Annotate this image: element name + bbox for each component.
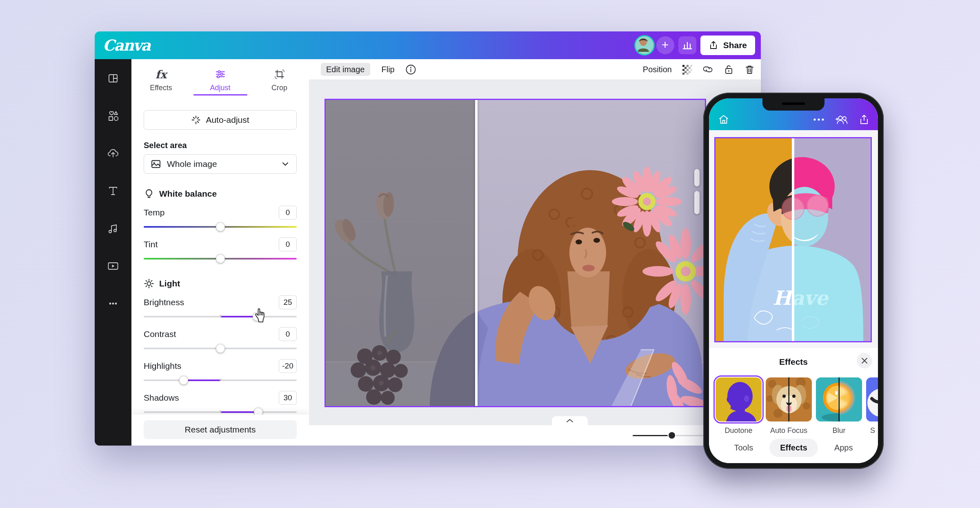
effects-sheet-title: Effects xyxy=(709,357,878,367)
auto-adjust-button[interactable]: Auto-adjust xyxy=(144,110,297,130)
canva-app-window: Canva + xyxy=(95,31,761,446)
phone-screen: Have xyxy=(709,98,878,463)
avatar[interactable] xyxy=(634,35,655,55)
effect-item-auto-focus[interactable]: Auto Focus xyxy=(766,377,812,435)
effect-label: Auto Focus xyxy=(766,426,812,435)
slider-handle[interactable] xyxy=(216,344,225,353)
insights-button[interactable] xyxy=(678,36,696,54)
tab-effects[interactable]: fxEffects xyxy=(131,59,191,98)
slider-track-contrast[interactable] xyxy=(144,344,297,353)
slider-value-input[interactable]: 25 xyxy=(279,295,297,309)
auto-focus-thumbnail xyxy=(766,377,812,421)
delete-button[interactable] xyxy=(744,64,755,75)
zoom-slider-track-filled xyxy=(633,435,668,436)
effect-item-blur[interactable]: Blur xyxy=(816,377,862,435)
edit-image-button[interactable]: Edit image xyxy=(321,63,370,76)
slider-value-input[interactable]: -20 xyxy=(279,359,297,373)
more-icon xyxy=(107,298,119,311)
phone-tab-effects[interactable]: Effects xyxy=(769,439,818,457)
add-design-button[interactable]: + xyxy=(656,36,674,54)
tab-crop[interactable]: Crop xyxy=(250,59,309,98)
canva-logo[interactable]: Canva xyxy=(103,36,150,54)
phone-tab-tools[interactable]: Tools xyxy=(732,439,756,457)
object-rail xyxy=(95,59,131,446)
effect-item-s[interactable]: S xyxy=(866,377,878,435)
collapse-toolbar-button[interactable] xyxy=(552,416,588,425)
phone-canvas-area: Have xyxy=(709,130,878,348)
slider-track-tint[interactable] xyxy=(144,254,297,264)
canvas-stage: Edit image Flip Position xyxy=(309,59,761,446)
adjust-sections: White balanceTemp0Tint0LightBrightness25… xyxy=(144,188,297,437)
design-icon xyxy=(107,73,119,86)
select-area-label: Select area xyxy=(144,141,297,150)
selected-photo[interactable] xyxy=(324,99,706,407)
export-share-icon[interactable] xyxy=(858,114,870,125)
s-effect-thumbnail xyxy=(866,377,878,421)
transparency-button[interactable] xyxy=(682,64,692,75)
phone-before-after-divider[interactable] xyxy=(792,138,794,341)
top-bar: Canva + xyxy=(95,31,761,59)
slider-label: Contrast xyxy=(144,329,279,339)
link-button[interactable] xyxy=(702,64,713,75)
edit-panel: fxEffectsAdjustCrop Auto-adjust Select a… xyxy=(131,59,309,446)
slider-value-input[interactable]: 30 xyxy=(279,391,297,405)
effect-item-duotone[interactable]: Duotone xyxy=(716,377,762,435)
rail-item-audio[interactable] xyxy=(102,218,124,240)
section-header-light: Light xyxy=(144,277,297,290)
phone-mockup: Have xyxy=(703,93,884,469)
slider-handle[interactable] xyxy=(216,222,225,231)
upload-share-icon xyxy=(709,40,718,50)
phone-bottom-tabs: ToolsEffectsApps xyxy=(709,439,878,457)
zoom-slider-handle[interactable] xyxy=(669,432,675,439)
close-button[interactable] xyxy=(857,353,872,368)
flip-button[interactable]: Flip xyxy=(382,65,395,74)
rail-item-elements[interactable] xyxy=(102,106,124,128)
slider-label: Highlights xyxy=(144,361,279,371)
slider-handle[interactable] xyxy=(216,254,225,263)
slider-track-highlights[interactable] xyxy=(144,375,297,385)
auto-adjust-label: Auto-adjust xyxy=(206,115,249,125)
rail-item-more[interactable] xyxy=(102,293,124,315)
phone-selected-photo[interactable]: Have xyxy=(714,137,872,342)
rail-item-design[interactable] xyxy=(102,68,124,90)
page-background: Canva + xyxy=(0,0,980,508)
tab-label: Crop xyxy=(271,84,287,92)
reset-adjustments-button[interactable]: Reset adjustments xyxy=(144,420,297,439)
crop-icon xyxy=(274,68,285,80)
position-button[interactable]: Position xyxy=(643,65,672,74)
uploads-icon xyxy=(107,147,119,161)
slider-handle[interactable] xyxy=(179,376,188,385)
share-button[interactable]: Share xyxy=(700,35,755,55)
resize-handle[interactable] xyxy=(694,169,700,186)
rail-item-videos[interactable] xyxy=(102,256,124,278)
slider-label: Temp xyxy=(144,208,279,217)
slider-label: Brightness xyxy=(144,297,279,307)
home-icon[interactable] xyxy=(718,114,729,125)
more-options-icon[interactable] xyxy=(813,118,825,122)
rail-item-uploads[interactable] xyxy=(102,143,124,165)
mouse-cursor xyxy=(253,307,268,325)
slider-value-input[interactable]: 0 xyxy=(279,206,297,220)
fx-icon: fx xyxy=(156,68,167,80)
lock-button[interactable] xyxy=(723,64,734,75)
share-button-label: Share xyxy=(723,40,747,50)
before-after-divider[interactable] xyxy=(475,100,478,406)
tab-label: Adjust xyxy=(210,84,230,92)
rail-item-text[interactable] xyxy=(102,181,124,203)
effects-list: Duotone xyxy=(716,377,878,435)
phone-tab-apps[interactable]: Apps xyxy=(832,439,856,457)
slider-track-brightness[interactable] xyxy=(144,312,297,322)
slider-track-temp[interactable] xyxy=(144,222,297,232)
effect-label: Duotone xyxy=(716,426,762,435)
text-icon xyxy=(107,185,119,198)
tab-adjust[interactable]: Adjust xyxy=(191,59,250,98)
invite-people-icon[interactable] xyxy=(835,114,849,125)
slider-row-tint: Tint0 xyxy=(144,237,297,264)
info-button[interactable] xyxy=(405,64,416,75)
select-area-dropdown[interactable]: Whole image xyxy=(144,154,297,174)
resize-handle[interactable] xyxy=(694,191,700,214)
slider-row-contrast: Contrast0 xyxy=(144,327,297,353)
close-icon xyxy=(861,357,868,364)
slider-value-input[interactable]: 0 xyxy=(279,327,297,341)
slider-value-input[interactable]: 0 xyxy=(279,237,297,251)
